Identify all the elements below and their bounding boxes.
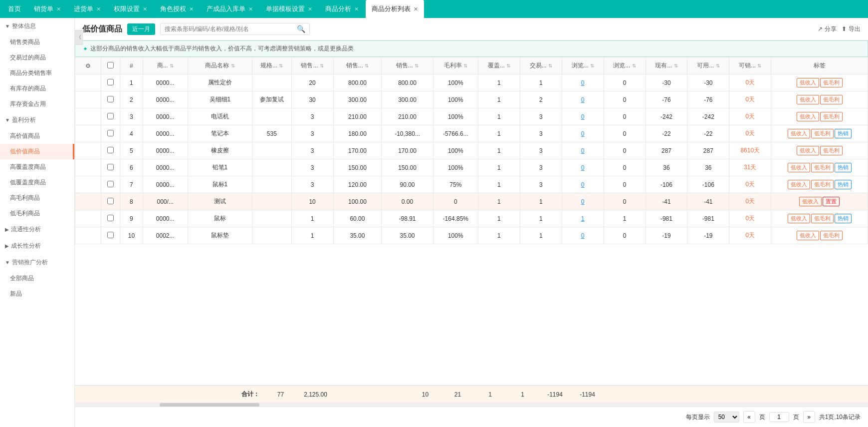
th-coverage[interactable]: 覆盖... ⇅ (478, 57, 520, 74)
cell-checkbox[interactable] (101, 227, 120, 244)
sidebar-item-low-coverage[interactable]: 低覆盖度商品 (0, 175, 74, 190)
share-btn[interactable]: ↗ 分享 (818, 25, 837, 33)
close-sales-order-icon[interactable]: ✕ (56, 6, 61, 12)
first-page-btn[interactable]: « (743, 411, 755, 423)
row-checkbox[interactable] (107, 130, 114, 136)
sidebar-group-marketing[interactable]: ▼ 营销推广分析 (0, 254, 74, 271)
views1-link[interactable]: 0 (581, 79, 585, 86)
cell-views1[interactable]: 0 (562, 91, 604, 108)
cell-views1[interactable]: 0 (562, 176, 604, 193)
th-code[interactable]: 商... ⇅ (143, 57, 188, 74)
per-page-select[interactable]: 50 100 200 (714, 412, 739, 423)
views1-link[interactable]: 1 (581, 215, 585, 222)
sidebar-group-growth[interactable]: ▶ 成长性分析 (0, 238, 74, 254)
filter-recent-month-btn[interactable]: 近一月 (127, 23, 155, 35)
cell-checkbox[interactable] (101, 142, 120, 159)
close-product-analysis-icon[interactable]: ✕ (354, 6, 359, 12)
row-checkbox[interactable] (107, 79, 114, 85)
cell-views1[interactable]: 0 (562, 108, 604, 125)
cell-checkbox[interactable] (101, 176, 120, 193)
row-checkbox[interactable] (107, 215, 114, 221)
views1-link[interactable]: 0 (581, 232, 585, 239)
next-page-btn[interactable]: » (803, 411, 815, 423)
row-checkbox[interactable] (107, 198, 114, 204)
nav-home[interactable]: 首页 (2, 0, 27, 18)
cell-checkbox[interactable] (101, 125, 120, 142)
search-icon[interactable]: 🔍 (297, 25, 305, 33)
sidebar-item-all-goods[interactable]: 全部商品 (0, 271, 74, 286)
nav-permission[interactable]: 权限设置 ✕ (108, 0, 153, 18)
th-settings[interactable]: ⚙ (75, 57, 101, 74)
sidebar-item-low-gross[interactable]: 低毛利商品 (0, 206, 74, 221)
nav-product-analysis-list[interactable]: 商品分析列表 ✕ (366, 0, 424, 18)
sidebar-item-capital-occupation[interactable]: 库存资金占用 (0, 96, 74, 112)
close-product-analysis-list-icon[interactable]: ✕ (414, 6, 418, 12)
select-all-checkbox[interactable] (107, 62, 114, 68)
th-sellable[interactable]: 可销... ⇅ (729, 57, 771, 74)
close-purchase-order-icon[interactable]: ✕ (96, 6, 101, 12)
cell-views1[interactable]: 0 (562, 142, 604, 159)
cell-checkbox[interactable] (101, 91, 120, 108)
th-current[interactable]: 现有... ⇅ (646, 57, 687, 74)
views1-link[interactable]: 0 (581, 147, 585, 154)
sidebar-item-traded-goods[interactable]: 交易过的商品 (0, 50, 74, 65)
cell-views1[interactable]: 0 (562, 227, 604, 244)
th-spec[interactable]: 规格... ⇅ (252, 57, 291, 74)
sidebar-group-overall[interactable]: ▼ 整体信息 (0, 18, 74, 34)
th-sales-price[interactable]: 销售... ⇅ (333, 57, 382, 74)
nav-product-analysis[interactable]: 商品分析 ✕ (319, 0, 365, 18)
sidebar-item-high-coverage[interactable]: 高覆盖度商品 (0, 159, 74, 175)
nav-product-inbound[interactable]: 产成品入库单 ✕ (201, 0, 259, 18)
cell-checkbox[interactable] (101, 74, 120, 91)
th-views2[interactable]: 浏览... ⇅ (604, 57, 646, 74)
sidebar-item-high-value[interactable]: 高价值商品 (0, 128, 74, 144)
cell-checkbox[interactable] (101, 210, 120, 227)
row-checkbox[interactable] (107, 113, 114, 119)
sidebar-item-stocked-goods[interactable]: 有库存的商品 (0, 81, 74, 96)
cell-checkbox[interactable] (101, 193, 120, 210)
nav-sales-order[interactable]: 销货单 ✕ (28, 0, 67, 18)
sidebar-item-sales-goods[interactable]: 销售类商品 (0, 34, 74, 50)
th-gross-rate[interactable]: 毛利率 ⇅ (433, 57, 478, 74)
row-checkbox[interactable] (107, 147, 114, 153)
cell-views1[interactable]: 1 (562, 210, 604, 227)
views1-link[interactable]: 0 (581, 181, 585, 188)
export-btn[interactable]: ⬆ 导出 (842, 25, 861, 33)
close-role-auth-icon[interactable]: ✕ (189, 6, 194, 12)
th-trade[interactable]: 交易... ⇅ (520, 57, 562, 74)
nav-purchase-order[interactable]: 进货单 ✕ (68, 0, 107, 18)
th-sales-qty[interactable]: 销售... ⇅ (291, 57, 333, 74)
views1-link[interactable]: 0 (581, 113, 585, 120)
sidebar-item-low-value[interactable]: 低价值商品 (0, 144, 74, 159)
nav-template-settings[interactable]: 单据模板设置 ✕ (260, 0, 318, 18)
cell-checkbox[interactable] (101, 108, 120, 125)
row-checkbox[interactable] (107, 181, 114, 187)
views1-link[interactable]: 0 (581, 164, 585, 171)
sidebar-collapse-btn[interactable]: 《 (75, 30, 83, 45)
cell-views1[interactable]: 0 (562, 125, 604, 142)
sidebar-group-profit[interactable]: ▼ 盈利分析 (0, 112, 74, 128)
page-number-input[interactable] (769, 412, 789, 422)
th-available[interactable]: 可用... ⇅ (687, 57, 729, 74)
cell-views1[interactable]: 0 (562, 193, 604, 210)
close-template-settings-icon[interactable]: ✕ (308, 6, 312, 12)
th-views1[interactable]: 浏览... ⇅ (562, 57, 604, 74)
views1-link[interactable]: 0 (581, 130, 585, 137)
row-checkbox[interactable] (107, 232, 114, 238)
sidebar-item-high-gross[interactable]: 高毛利商品 (0, 190, 74, 206)
close-permission-icon[interactable]: ✕ (143, 6, 147, 12)
nav-role-auth[interactable]: 角色授权 ✕ (154, 0, 200, 18)
close-product-inbound-icon[interactable]: ✕ (248, 6, 253, 12)
th-sales-amount[interactable]: 销售... ⇅ (382, 57, 433, 74)
row-checkbox[interactable] (107, 164, 114, 170)
cell-checkbox[interactable] (101, 159, 120, 176)
row-checkbox[interactable] (107, 96, 114, 102)
search-input[interactable] (165, 25, 294, 32)
cell-views1[interactable]: 0 (562, 74, 604, 91)
horizontal-scrollbar[interactable] (75, 403, 868, 407)
sidebar-item-category-sales-rate[interactable]: 商品分类销售率 (0, 65, 74, 81)
th-name[interactable]: 商品名称 ⇅ (188, 57, 252, 74)
cell-views1[interactable]: 0 (562, 159, 604, 176)
sidebar-item-new-goods[interactable]: 新品 (0, 286, 74, 302)
views1-link[interactable]: 0 (581, 198, 585, 205)
